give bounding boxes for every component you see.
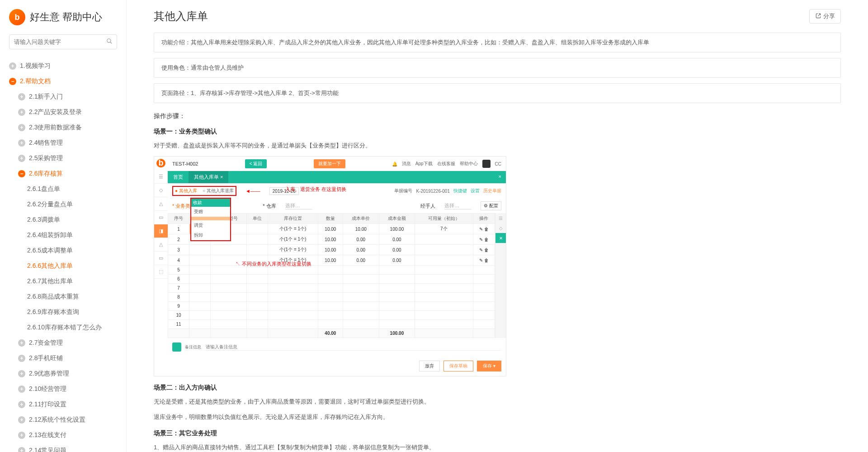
- role-text: 通常由仓管人员维护: [191, 64, 244, 71]
- mock-tab-active: 其他入库单 ×: [189, 171, 228, 183]
- sidebar-item[interactable]: 2.9优惠券管理: [9, 366, 117, 381]
- sidebar-item-label: 2.4销售管理: [29, 139, 63, 147]
- sidebar-item-label: 2.6.5成本调整单: [27, 247, 73, 255]
- expand-icon[interactable]: [18, 370, 25, 377]
- mock-nav-icon: △: [154, 238, 168, 252]
- sidebar-item[interactable]: 2.12系统个性化设置: [9, 412, 117, 428]
- sidebar-item-label: 2.6.2分量盘点单: [27, 200, 73, 209]
- share-icon: [815, 13, 821, 20]
- page-header: 其他入库单 分享: [154, 9, 841, 24]
- sidebar-item[interactable]: 2.10经营管理: [9, 381, 117, 397]
- sidebar-item[interactable]: 2.13在线支付: [9, 428, 117, 443]
- sidebar-item[interactable]: 2.6.10库存账本错了怎么办: [9, 320, 117, 335]
- expand-icon[interactable]: [9, 62, 16, 70]
- info-box-path: 页面路径：1、库存核算->库存管理->其他入库单 2、首页->常用功能: [154, 83, 841, 103]
- steps-label: 操作步骤：: [154, 112, 841, 120]
- expand-icon[interactable]: [18, 124, 25, 131]
- brand-area: b 好生意 帮助中心: [9, 9, 117, 25]
- scene1-text: 对于受赠、盘盈或是拆装入库等不同的业务，是通过单据头【业务类型】进行区分。: [154, 140, 841, 151]
- expand-icon[interactable]: [18, 416, 25, 423]
- search-box: [9, 34, 117, 49]
- mock-logo-icon: b: [156, 159, 165, 168]
- scene2-text1: 无论是受赠，还是其他类型的业务，由于入库商品质量等原因，需要退回，这时可通过单据…: [154, 396, 841, 407]
- sidebar-item-label: 2.11打印设置: [29, 400, 66, 409]
- sidebar-item-label: 2.12系统个性化设置: [29, 416, 85, 424]
- sidebar-item[interactable]: 2.7资金管理: [9, 335, 117, 351]
- mock-arrow-icon: ↖: [236, 261, 241, 266]
- mock-back-btn: < 返回: [245, 159, 267, 168]
- expand-icon[interactable]: [18, 139, 25, 147]
- sidebar-item[interactable]: 2.8手机旺铺: [9, 351, 117, 366]
- mock-nav-icon: ▭: [154, 211, 168, 224]
- svg-line-1: [110, 42, 112, 44]
- mock-annotation-2: ↖ 不同业务的入库类型在这里切换: [236, 261, 311, 267]
- share-label: 分享: [823, 12, 835, 20]
- share-button[interactable]: 分享: [809, 9, 841, 24]
- mock-nav-icon-active: ◨: [154, 224, 168, 238]
- sidebar-item[interactable]: 2.6.2分量盘点单: [9, 197, 117, 212]
- expand-icon[interactable]: [18, 109, 25, 116]
- sidebar-item[interactable]: 2.4销售管理: [9, 135, 117, 151]
- sidebar-item[interactable]: 2.6.5成本调整单: [9, 243, 117, 258]
- expand-icon[interactable]: [18, 355, 25, 362]
- intro-label: 功能介绍：: [161, 39, 191, 46]
- mock-cancel-btn: 放弃: [419, 361, 440, 371]
- sidebar-item[interactable]: 2.1新手入门: [9, 89, 117, 105]
- mock-nav-icon: ☰: [154, 170, 168, 184]
- sidebar-item-label: 2.6库存核算: [29, 170, 63, 178]
- collapse-icon[interactable]: [18, 170, 25, 177]
- collapse-icon[interactable]: [9, 78, 16, 85]
- mock-radio-in: ● 其他入库: [175, 188, 197, 193]
- sidebar-item[interactable]: 2.6库存核算: [9, 166, 117, 181]
- mock-memo-input: [205, 343, 501, 351]
- mock-memo-icon: [172, 343, 181, 352]
- sidebar-item-label: 2.6.9库存账本查询: [27, 308, 79, 316]
- sidebar-item[interactable]: 2.3使用前数据准备: [9, 120, 117, 135]
- sidebar-item[interactable]: 2.帮助文档: [9, 74, 117, 89]
- sidebar-item-label: 2.14常见问题: [29, 447, 66, 452]
- sidebar-item[interactable]: 2.6.6其他入库单: [9, 258, 117, 274]
- expand-icon[interactable]: [18, 432, 25, 439]
- sidebar-item[interactable]: 2.6.1盘点单: [9, 181, 117, 197]
- sidebar-item[interactable]: 2.6.8商品成本重算: [9, 289, 117, 305]
- info-box-role: 使用角色：通常由仓管人员维护: [154, 58, 841, 78]
- sidebar-item[interactable]: 2.6.4组装拆卸单: [9, 228, 117, 243]
- page-title: 其他入库单: [154, 9, 208, 24]
- sidebar-item-label: 2.3使用前数据准备: [29, 124, 82, 132]
- expand-icon[interactable]: [18, 385, 25, 393]
- sidebar-item[interactable]: 2.6.3调拨单: [9, 212, 117, 228]
- mock-radio-return: ○ 其他入库退库: [203, 188, 234, 193]
- sidebar-item[interactable]: 2.2产品安装及登录: [9, 105, 117, 120]
- sidebar-item-label: 2.7资金管理: [29, 339, 63, 347]
- brand-title: 好生意 帮助中心: [30, 10, 102, 24]
- mock-rail-icon: ✕: [495, 233, 506, 243]
- search-icon[interactable]: [106, 38, 113, 46]
- sidebar-item-label: 2.帮助文档: [20, 77, 51, 86]
- mock-nav-icon: ⬚: [154, 265, 168, 279]
- sidebar-item-label: 2.2产品安装及登录: [29, 108, 82, 116]
- sidebar-item[interactable]: 2.6.7其他出库单: [9, 274, 117, 289]
- mock-nav-icon: △: [154, 197, 168, 211]
- expand-icon[interactable]: [18, 447, 25, 452]
- info-box-intro: 功能介绍：其他入库单用来处理除采购入库、产成品入库之外的其他入库业务，因此其他入…: [154, 33, 841, 52]
- path-text: 1、库存核算->库存管理->其他入库单 2、首页->常用功能: [191, 90, 339, 96]
- search-input[interactable]: [9, 34, 117, 49]
- nav-list: 1.视频学习2.帮助文档2.1新手入门2.2产品安装及登录2.3使用前数据准备2…: [9, 58, 117, 452]
- mock-save-btn: 保存 ▾: [477, 361, 501, 371]
- sidebar-item-label: 2.6.3调拨单: [27, 216, 60, 224]
- expand-icon[interactable]: [18, 155, 25, 162]
- expand-icon[interactable]: [18, 339, 25, 347]
- expand-icon[interactable]: [18, 401, 25, 408]
- sidebar-item[interactable]: 2.5采购管理: [9, 151, 117, 166]
- sidebar-item[interactable]: 2.6.9库存账本查询: [9, 305, 117, 320]
- sidebar-item[interactable]: 2.14常见问题: [9, 443, 117, 452]
- sidebar-item[interactable]: 1.视频学习: [9, 58, 117, 74]
- scene1-title: 场景一：业务类型确认: [154, 128, 841, 136]
- sidebar: b 好生意 帮助中心 1.视频学习2.帮助文档2.1新手入门2.2产品安装及登录…: [0, 0, 127, 452]
- mock-avatar-icon: [482, 160, 491, 168]
- expand-icon[interactable]: [18, 93, 25, 100]
- mock-close-icon: ×: [494, 171, 506, 183]
- sidebar-item[interactable]: 2.11打印设置: [9, 397, 117, 412]
- sidebar-item-label: 2.10经营管理: [29, 385, 66, 393]
- mock-rail-icon: ☰: [495, 213, 506, 223]
